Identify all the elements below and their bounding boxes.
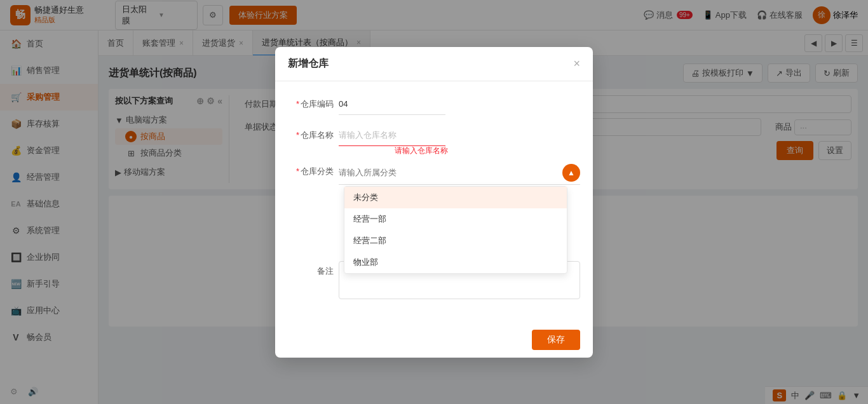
dropdown-option-dept3[interactable]: 物业部: [344, 252, 567, 273]
modal-footer: 保存: [275, 322, 593, 358]
notes-label: 备注: [288, 261, 339, 281]
name-error-msg: 请输入仓库名称: [395, 145, 448, 156]
modal-title: 新增仓库: [288, 57, 329, 71]
modal-save-btn[interactable]: 保存: [532, 330, 580, 350]
category-input[interactable]: [339, 168, 562, 177]
code-input[interactable]: [339, 94, 445, 115]
new-warehouse-modal: 新增仓库 × 仓库编码 仓库名称 请输入仓库名称 仓库分类: [275, 47, 593, 358]
category-dropdown-trigger[interactable]: ▲: [339, 161, 580, 185]
warehouse-category-row: 仓库分类 ▲ 未分类 经营一部 经营二部 物业部: [288, 161, 580, 185]
dropdown-option-dept1[interactable]: 经营一部: [344, 208, 567, 230]
warehouse-name-row: 仓库名称 请输入仓库名称: [288, 125, 580, 146]
modal-body: 仓库编码 仓库名称 请输入仓库名称 仓库分类 ▲: [275, 81, 593, 322]
name-input[interactable]: [339, 125, 445, 146]
dropdown-option-uncategorized[interactable]: 未分类: [344, 187, 567, 208]
dropdown-option-dept2[interactable]: 经营二部: [344, 230, 567, 252]
modal-header: 新增仓库 ×: [275, 47, 593, 81]
modal-overlay: 新增仓库 × 仓库编码 仓库名称 请输入仓库名称 仓库分类: [0, 0, 868, 404]
modal-close-btn[interactable]: ×: [573, 57, 580, 71]
code-label: 仓库编码: [288, 94, 339, 114]
name-label: 仓库名称: [288, 125, 339, 145]
category-dropdown-list: 未分类 经营一部 经营二部 物业部: [344, 186, 567, 274]
category-dropdown-arrow: ▲: [562, 164, 580, 182]
warehouse-code-row: 仓库编码: [288, 94, 580, 115]
category-label: 仓库分类: [288, 161, 339, 182]
